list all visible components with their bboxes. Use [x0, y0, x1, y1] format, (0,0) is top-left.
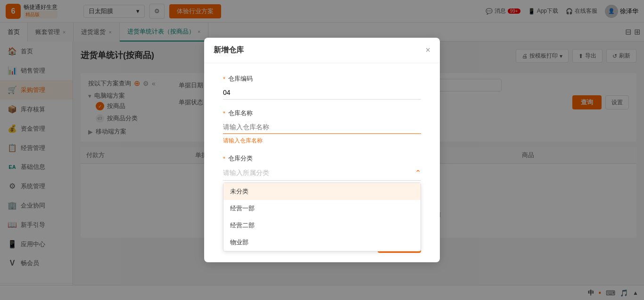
category-select-wrap: 请输入所属分类 ⌃ 未分类 经营一部 经营二部 [223, 166, 421, 181]
category-placeholder: 请输入所属分类 [223, 169, 269, 177]
warehouse-name-field: * 仓库名称 请输入仓库名称 [223, 109, 421, 145]
property-label: 物业部 [230, 239, 248, 246]
warehouse-name-label: 仓库名称 [228, 109, 253, 117]
dropdown-item-ops2[interactable]: 经营二部 [223, 217, 421, 234]
category-dropdown-list: 未分类 经营一部 经营二部 物业部 [223, 183, 421, 251]
warehouse-code-field: * 仓库编码 [223, 75, 421, 100]
ops2-label: 经营二部 [230, 222, 255, 229]
code-required-star: * [223, 75, 225, 83]
modal-overlay[interactable]: 新增仓库 × * 仓库编码 * 仓库名称 请输入仓库名称 [0, 0, 644, 300]
dialog-body: * 仓库编码 * 仓库名称 请输入仓库名称 * 仓库分类 [204, 63, 440, 236]
chevron-up-icon: ⌃ [415, 168, 421, 177]
category-required-star: * [223, 155, 225, 162]
dropdown-item-ops1[interactable]: 经营一部 [223, 200, 421, 217]
dropdown-item-property[interactable]: 物业部 [223, 234, 421, 251]
dialog-close-button[interactable]: × [425, 45, 430, 55]
warehouse-category-label: 仓库分类 [228, 154, 253, 163]
dialog-header: 新增仓库 × [204, 38, 440, 63]
warehouse-name-error: 请输入仓库名称 [223, 137, 421, 145]
add-warehouse-dialog: 新增仓库 × * 仓库编码 * 仓库名称 请输入仓库名称 [204, 38, 440, 262]
warehouse-category-field: * 仓库分类 请输入所属分类 ⌃ 未分类 经营一部 [223, 154, 421, 181]
warehouse-code-input[interactable] [223, 86, 421, 100]
name-required-star: * [223, 110, 225, 117]
dropdown-item-uncategorized[interactable]: 未分类 [223, 183, 421, 200]
ops1-label: 经营一部 [230, 205, 255, 212]
dialog-title: 新增仓库 [214, 45, 244, 55]
category-select-input[interactable]: 请输入所属分类 ⌃ [223, 166, 421, 181]
uncategorized-label: 未分类 [230, 188, 248, 195]
warehouse-code-label: 仓库编码 [228, 75, 253, 83]
warehouse-name-input[interactable] [223, 120, 421, 134]
